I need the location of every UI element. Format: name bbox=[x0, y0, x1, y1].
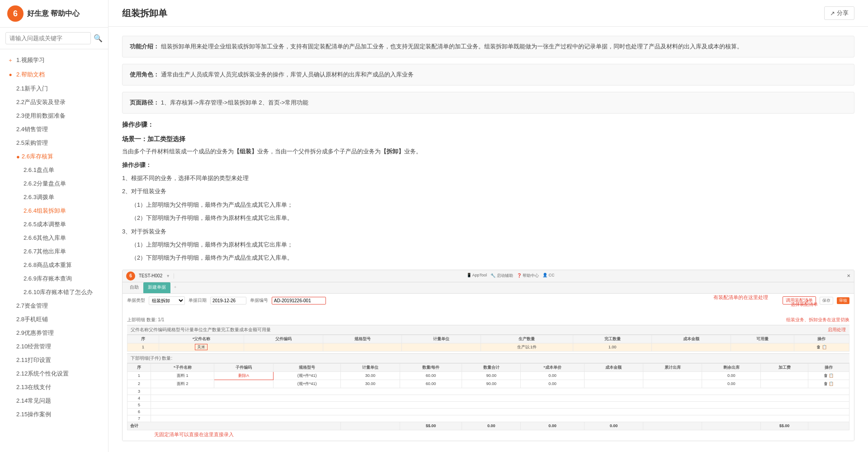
main-header: 组装拆卸单 ↗ 分享 bbox=[108, 0, 868, 27]
mock-lower-table: 序 *子件名称 子件编码 规格型号 计量单位 数量/每件 数量合计 *成本单价 … bbox=[127, 363, 849, 430]
mock-date-input[interactable] bbox=[210, 297, 246, 305]
step1: 1、根据不同的业务，选择不同单据的类型来处理 bbox=[122, 173, 854, 183]
sidebar-item-2-6-2[interactable]: 2.6.2分量盘点单 bbox=[0, 177, 108, 190]
mock-ui: 6 TEST-H002 ▼ 📱 AppTool 🔧 启动辅助 ❓ 帮助中心 👤 … bbox=[123, 270, 854, 441]
path-text: 1、库存核算->库存管理->组装拆卸单 2、首页->常用功能 bbox=[161, 99, 309, 106]
sidebar-item-2-11[interactable]: 2.11打印设置 bbox=[0, 353, 108, 367]
main-area: 组装拆卸单 ↗ 分享 功能介绍： 组装拆卸单用来处理企业组装或拆卸等加工业务，支… bbox=[108, 0, 868, 452]
sidebar-item-2-6-1[interactable]: 2.6.1盘点单 bbox=[0, 163, 108, 177]
sidebar-item-2-5[interactable]: 2.5采购管理 bbox=[0, 136, 108, 150]
annotation-enable: 启用处理 bbox=[828, 327, 846, 333]
role-text: 通常由生产人员或库管人员完成拆装业务的操作，库管人员确认原材料的出库和产成品的入… bbox=[161, 71, 414, 78]
share-button[interactable]: ↗ 分享 bbox=[824, 6, 854, 20]
sidebar-item-2-6-8[interactable]: 2.6.8商品成本重算 bbox=[0, 258, 108, 272]
mock-topbar: 6 TEST-H002 ▼ 📱 AppTool 🔧 启动辅助 ❓ 帮助中心 👤 … bbox=[123, 270, 854, 282]
minus-circle-icon: ● bbox=[16, 153, 20, 160]
logo-icon: 6 bbox=[7, 5, 24, 22]
plus-icon: ＋ bbox=[7, 57, 14, 63]
sidebar-item-2-6-7[interactable]: 2.6.7其他出库单 bbox=[0, 245, 108, 258]
mock-save-btn[interactable]: 审核 bbox=[837, 297, 849, 304]
sidebar-item-2-6-4[interactable]: 2.6.4组装拆卸单 bbox=[0, 204, 108, 218]
table-row: 6 bbox=[127, 408, 849, 415]
sidebar-item-2-12[interactable]: 2.12系统个性化设置 bbox=[0, 367, 108, 381]
sidebar-logo: 6 好生意 帮助中心 bbox=[0, 0, 108, 28]
mock-tabs: 自助 新建单据 ＋ bbox=[123, 282, 854, 294]
path-block: 页面路径： 1、库存核算->库存管理->组装拆卸单 2、首页->常用功能 bbox=[122, 92, 854, 114]
mock-lower-section-header: 下部明细(子件) 数量: bbox=[127, 353, 849, 363]
step2: 2、对于组装业务 bbox=[122, 186, 854, 196]
sidebar-item-2-8[interactable]: 2.8手机旺铺 bbox=[0, 313, 108, 326]
table-row: 2 面料 2 (规+件*41) 30.00 60.00 90.00 0.00 bbox=[127, 380, 849, 388]
mock-form-row2: 上部明细 数量: 1/1 组装业务、拆卸业务在这里切换 bbox=[127, 317, 849, 323]
table-row: 5 bbox=[127, 401, 849, 408]
mock-upper-table: 序 *父件名称 父件编码 规格型号 计量单位 生产数量 完工数量 成本金额 可用… bbox=[127, 335, 849, 352]
sidebar-item-2-14[interactable]: 2.14常见问题 bbox=[0, 394, 108, 408]
cell-parent-name: 关米 bbox=[195, 344, 208, 350]
mock-form-area: 单据类型 组装拆卸 单据日期 单据编号 调用装配清单 保存 审核 bbox=[123, 294, 854, 441]
mock-logo-icon: 6 bbox=[126, 271, 135, 281]
screenshot-container: 6 TEST-H002 ▼ 📱 AppTool 🔧 启动辅助 ❓ 帮助中心 👤 … bbox=[122, 270, 854, 441]
role-label: 使用角色： bbox=[130, 71, 159, 78]
minus-icon: ● bbox=[7, 71, 14, 78]
search-button[interactable]: 🔍 bbox=[94, 34, 103, 43]
role-block: 使用角色： 通常由生产人员或库管人员完成拆装业务的操作，库管人员确认原材料的出库… bbox=[122, 64, 854, 86]
share-icon: ↗ bbox=[830, 10, 835, 17]
sidebar-item-2-4[interactable]: 2.4销售管理 bbox=[0, 123, 108, 136]
main-content: 功能介绍： 组装拆卸单用来处理企业组装或拆卸等加工业务，支持有固定装配清单的产品… bbox=[108, 27, 868, 452]
sidebar-search-area: 🔍 bbox=[0, 28, 108, 49]
sidebar-item-2-9[interactable]: 2.9优惠券管理 bbox=[0, 326, 108, 340]
sidebar-item-2-6-6[interactable]: 2.6.6其他入库单 bbox=[0, 231, 108, 245]
mock-tab-self[interactable]: 自助 bbox=[125, 282, 143, 293]
func-intro-text: 组装拆卸单用来处理企业组装或拆卸等加工业务，支持有固定装配清单的产品加工业务，也… bbox=[161, 43, 743, 50]
mock-doc-type-select[interactable]: 组装拆卸 bbox=[149, 296, 185, 305]
sidebar: 6 好生意 帮助中心 🔍 ＋ 1.视频学习 ● 2.帮助文档 2.1新手入门 2… bbox=[0, 0, 108, 452]
sidebar-item-2-6-5[interactable]: 2.6.5成本调整单 bbox=[0, 218, 108, 231]
func-intro-label: 功能介绍： bbox=[130, 43, 159, 50]
table-row: 4 bbox=[127, 395, 849, 401]
page-title: 组装拆卸单 bbox=[122, 7, 167, 19]
search-input[interactable] bbox=[5, 32, 91, 44]
table-footer-row: 合计 $$.00 0.00 0.00 0.00 $$.00 bbox=[127, 422, 849, 430]
sidebar-item-2-10[interactable]: 2.10经营管理 bbox=[0, 340, 108, 353]
step3-2: （2）下部明细为子件明细，最终作为产成品生成其它入库单。 bbox=[122, 252, 854, 263]
scene1-desc: 当由多个子件材料组装成一个成品的业务为【组装】业务，当由一个父件拆分成多个子产品… bbox=[122, 146, 854, 157]
logo-text: 好生意 帮助中心 bbox=[27, 9, 80, 19]
step3: 3、对于拆装业务 bbox=[122, 226, 854, 237]
mock-docno-input[interactable] bbox=[272, 297, 326, 305]
annotation-area-top: 有装配清单的在这里处理 ↗ 选择装配清单 bbox=[127, 307, 849, 316]
sidebar-item-2-2[interactable]: 2.2产品安装及登录 bbox=[0, 95, 108, 109]
sidebar-item-docs[interactable]: ● 2.帮助文档 bbox=[0, 67, 108, 82]
mock-action-btn[interactable]: 保存 bbox=[820, 297, 833, 305]
sidebar-item-2-7[interactable]: 2.7资金管理 bbox=[0, 299, 108, 313]
path-label: 页面路径： bbox=[130, 99, 159, 106]
ops-steps-sub-title: 操作步骤： bbox=[122, 160, 854, 170]
sidebar-item-2-13[interactable]: 2.13在线支付 bbox=[0, 381, 108, 394]
mock-divider bbox=[174, 273, 174, 279]
sidebar-item-2-3[interactable]: 2.3使用前数据准备 bbox=[0, 109, 108, 123]
mock-top-right: 📱 AppTool 🔧 启动辅助 ❓ 帮助中心 👤 CC bbox=[467, 273, 555, 279]
sidebar-nav: ＋ 1.视频学习 ● 2.帮助文档 2.1新手入门 2.2产品安装及登录 2.3… bbox=[0, 49, 108, 452]
sidebar-item-video[interactable]: ＋ 1.视频学习 bbox=[0, 53, 108, 67]
sidebar-item-2-1[interactable]: 2.1新手入门 bbox=[0, 82, 108, 95]
mock-upper-section: 父件名称 父件编码 规格型号 计量单位 生产数量 完工数量 成本金额 可用量 启… bbox=[127, 325, 849, 335]
table-row: 1 关米 生产以:1件 1.00 🗑 📋 bbox=[127, 343, 849, 351]
sidebar-item-2-6-10[interactable]: 2.6.10库存账本错了怎么办 bbox=[0, 285, 108, 299]
table-row: 3 bbox=[127, 388, 849, 395]
sidebar-item-2-6[interactable]: ● 2.6库存核算 bbox=[0, 150, 108, 163]
annotation-select-label: 选择装配清单 bbox=[791, 301, 818, 308]
step2-1: （1）上部明细为父件明细，最终作为产成品生成其它入库单； bbox=[122, 200, 854, 210]
mock-company: TEST-H002 bbox=[139, 273, 162, 278]
step3-1: （1）上部明细为父件明细，最终作为原材料生成其它出库单； bbox=[122, 239, 854, 250]
annotation-switch: 组装业务、拆卸业务在这里切换 bbox=[786, 317, 849, 323]
mock-close-icon: ✕ bbox=[847, 273, 850, 278]
sidebar-item-2-15[interactable]: 2.15操作案例 bbox=[0, 408, 108, 421]
mock-tab-add[interactable]: ＋ bbox=[170, 282, 180, 293]
sidebar-item-2-6-3[interactable]: 2.6.3调拨单 bbox=[0, 190, 108, 204]
mock-tab-new[interactable]: 新建单据 bbox=[143, 282, 170, 293]
func-intro-block: 功能介绍： 组装拆卸单用来处理企业组装或拆卸等加工业务，支持有固定装配清单的产品… bbox=[122, 36, 854, 57]
annotation-no-fixed: 无固定清单可以直接在这里直接录入 bbox=[127, 431, 849, 438]
step2-2: （2）下部明细为子件明细，最终作为原材料生成其它出库单。 bbox=[122, 213, 854, 223]
table-row: 7 bbox=[127, 415, 849, 422]
table-row: 1 面料 1 删除A (规+件*41) 30.00 60.00 90.00 0.… bbox=[127, 371, 849, 380]
sidebar-item-2-6-9[interactable]: 2.6.9库存账本查询 bbox=[0, 272, 108, 285]
